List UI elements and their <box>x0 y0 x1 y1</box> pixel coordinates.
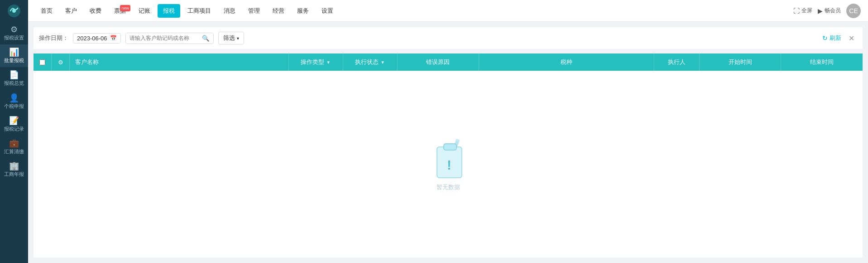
topnav-right: ⛶ 全屏 ▶ 畅会员 CE <box>793 4 861 18</box>
sidebar-item-huisuan-jiaona[interactable]: 💼 汇算清缴 <box>0 136 28 158</box>
search-icon: 🔍 <box>202 35 210 42</box>
sidebar-item-baoshui-zonglam[interactable]: 📄 报税总览 <box>0 67 28 90</box>
sidebar-item-gongshang-nianbao[interactable]: 🏢 工商年报 <box>0 158 28 181</box>
search-wrap: 🔍 <box>125 33 214 44</box>
video-icon: ▶ <box>818 7 823 15</box>
sidebar-item-piliang-baoshui[interactable]: 📊 批量报税 <box>0 44 28 67</box>
main-wrap: 首页 客户 收费 票据 new 记账 报税 工商项目 消息 <box>28 0 868 263</box>
refresh-icon: ↻ <box>822 34 828 42</box>
annual-report-icon: 🏢 <box>9 162 19 170</box>
record-icon: 📝 <box>9 117 19 125</box>
date-label: 操作日期： <box>39 34 68 42</box>
th-status: 执行状态 ▼ <box>343 54 398 71</box>
search-button[interactable]: 🔍 <box>198 33 213 44</box>
nav-item-baoshui[interactable]: 报税 <box>158 4 180 18</box>
filter-label: 筛选 <box>223 34 235 42</box>
empty-state: ! 暂无数据 <box>34 71 863 258</box>
member-button[interactable]: ▶ 畅会员 <box>818 7 841 15</box>
date-value: 2023-06-06 <box>77 35 107 42</box>
th-executor: 执行人 <box>654 54 700 71</box>
sidebar-item-geshui-shenbao[interactable]: 👤 个税申报 <box>0 90 28 113</box>
nav-item-home[interactable]: 首页 <box>35 4 58 18</box>
nav-item-xiaoxi[interactable]: 消息 <box>218 4 241 18</box>
gear-icon: ⚙ <box>58 59 63 66</box>
sort-icon-status[interactable]: ▼ <box>380 60 385 65</box>
sidebar-logo <box>0 0 28 22</box>
nav-item-piaoju[interactable]: 票据 new <box>109 4 131 18</box>
person-tax-icon: 👤 <box>9 94 19 102</box>
refresh-button[interactable]: ↻ 刷新 <box>822 34 841 42</box>
nav-item-fuwu[interactable]: 服务 <box>292 4 314 18</box>
nav-item-customer[interactable]: 客户 <box>60 4 82 18</box>
sidebar: ⚙ 报税设置 📊 批量报税 📄 报税总览 👤 个税申报 📝 报税记录 💼 汇算清… <box>0 0 28 263</box>
date-picker[interactable]: 2023-06-06 📅 <box>73 33 121 44</box>
settings-icon: ⚙ <box>10 25 18 34</box>
nav-item-guanli[interactable]: 管理 <box>243 4 265 18</box>
th-checkbox[interactable] <box>34 54 52 71</box>
select-all-checkbox[interactable] <box>39 59 45 65</box>
topnav: 首页 客户 收费 票据 new 记账 报税 工商项目 消息 <box>28 0 868 22</box>
th-taxtype: 税种 <box>479 54 654 71</box>
nav-item-shezhi[interactable]: 设置 <box>316 4 339 18</box>
user-avatar[interactable]: CE <box>846 4 861 18</box>
batch-tax-icon: 📊 <box>9 48 19 56</box>
nav-item-shoufei[interactable]: 收费 <box>84 4 107 18</box>
filter-button[interactable]: 筛选 ▾ <box>218 32 244 44</box>
sidebar-item-baoshui-jilu[interactable]: 📝 报税记录 <box>0 113 28 136</box>
svg-rect-6 <box>444 144 456 150</box>
content: 操作日期： 2023-06-06 📅 🔍 筛选 ▾ ↻ 刷新 ✕ <box>28 22 868 263</box>
close-button[interactable]: ✕ <box>846 33 857 44</box>
th-starttime: 开始时间 <box>700 54 781 71</box>
table-wrap: ⚙ 客户名称 操作类型 ▼ 执行状态 ▼ 错误原因 税种 <box>34 54 863 258</box>
sidebar-item-label: 报税总览 <box>4 80 24 86</box>
toolbar: 操作日期： 2023-06-06 📅 🔍 筛选 ▾ ↻ 刷新 ✕ <box>34 27 863 49</box>
calendar-icon: 📅 <box>110 35 117 41</box>
th-optype: 操作类型 ▼ <box>289 54 343 71</box>
settlement-icon: 💼 <box>9 139 19 147</box>
fullscreen-button[interactable]: ⛶ 全屏 <box>793 7 812 15</box>
topnav-items: 首页 客户 收费 票据 new 记账 报税 工商项目 消息 <box>35 4 793 18</box>
fullscreen-icon: ⛶ <box>793 7 800 15</box>
sidebar-item-label: 报税记录 <box>4 126 24 132</box>
empty-text: 暂无数据 <box>436 183 460 191</box>
nav-item-jingying[interactable]: 经营 <box>267 4 290 18</box>
overview-icon: 📄 <box>9 71 19 79</box>
svg-point-1 <box>12 9 16 13</box>
nav-item-jizhang[interactable]: 记账 <box>133 4 156 18</box>
sidebar-item-baoshui-shezhi[interactable]: ⚙ 报税设置 <box>0 22 28 44</box>
th-gear[interactable]: ⚙ <box>52 54 70 71</box>
nav-item-gongshang[interactable]: 工商项目 <box>182 4 216 18</box>
sidebar-item-label: 汇算清缴 <box>4 149 24 155</box>
th-endtime: 结束时间 <box>781 54 863 71</box>
chevron-down-icon: ▾ <box>237 36 239 41</box>
sidebar-item-label: 报税设置 <box>4 35 24 41</box>
th-errcode: 错误原因 <box>398 54 479 71</box>
empty-icon: ! <box>430 137 466 178</box>
sidebar-item-label: 工商年报 <box>4 171 24 177</box>
new-badge: new <box>120 5 130 11</box>
sort-icon-optype[interactable]: ▼ <box>326 60 331 65</box>
sidebar-item-label: 批量报税 <box>4 58 24 63</box>
svg-text:!: ! <box>447 157 451 172</box>
th-client: 客户名称 <box>70 54 289 71</box>
search-input[interactable] <box>126 33 198 43</box>
sidebar-item-label: 个税申报 <box>4 103 24 109</box>
table-header: ⚙ 客户名称 操作类型 ▼ 执行状态 ▼ 错误原因 税种 <box>34 54 863 71</box>
